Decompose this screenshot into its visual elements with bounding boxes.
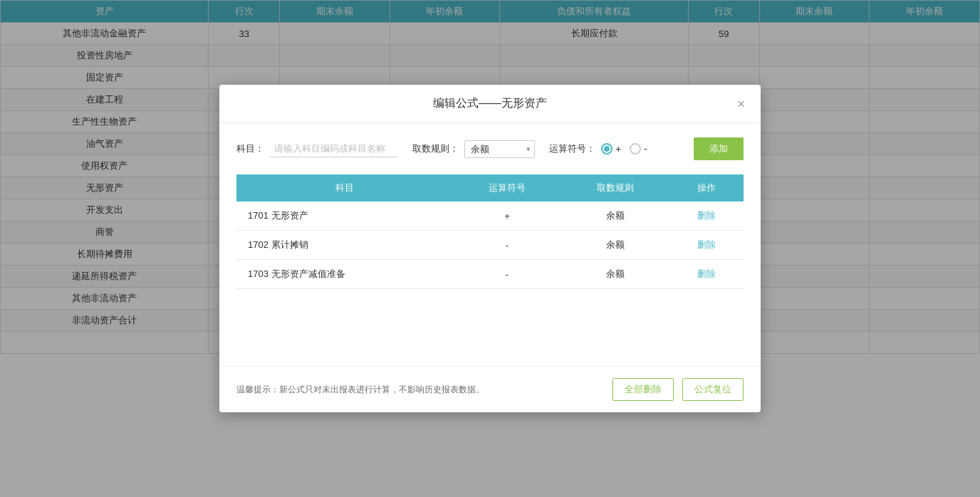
formula-form-row: 科目： 取数规则： 余额 借方发生额 贷方发生额 xyxy=(236,137,744,160)
edit-formula-dialog: 编辑公式——无形资产 × 科目： 取数规则： 余额 借方发生额 xyxy=(219,85,761,412)
rule-select[interactable]: 余额 借方发生额 贷方发生额 xyxy=(464,140,535,158)
th-action: 操作 xyxy=(669,174,744,202)
dialog-title: 编辑公式——无形资产 xyxy=(433,97,547,109)
delete-row-button[interactable]: 删除 xyxy=(697,209,716,222)
footer-tip: 温馨提示：新公式只对未出报表进行计算，不影响历史报表数据。 xyxy=(236,384,484,396)
operator-plus-radio[interactable] xyxy=(601,143,612,155)
operator-minus-item[interactable]: - xyxy=(630,143,647,155)
formula-operator-cell: - xyxy=(453,260,561,289)
subject-input[interactable] xyxy=(270,140,398,157)
footer-buttons: 全部删除 公式复位 xyxy=(612,378,744,401)
operator-radio-group: + - xyxy=(601,143,647,155)
add-formula-button[interactable]: 添加 xyxy=(694,137,744,160)
operator-minus-radio[interactable] xyxy=(630,143,641,155)
formula-table-body: 1701 无形资产+余额删除1702 累计摊销-余额删除1703 无形资产减值准… xyxy=(236,202,744,289)
formula-action-cell: 删除 xyxy=(669,202,744,231)
dialog-close-button[interactable]: × xyxy=(733,96,749,112)
th-subject: 科目 xyxy=(236,174,453,202)
formula-table: 科目 运算符号 取数规则 操作 1701 无形资产+余额删除1702 累计摊销-… xyxy=(236,174,744,289)
formula-operator-cell: + xyxy=(453,202,561,231)
formula-action-cell: 删除 xyxy=(669,260,744,289)
operator-plus-label: + xyxy=(615,143,621,155)
delete-all-button[interactable]: 全部删除 xyxy=(612,378,674,401)
formula-rule-cell: 余额 xyxy=(561,260,669,289)
operator-plus-item[interactable]: + xyxy=(601,143,621,155)
formula-rule-cell: 余额 xyxy=(561,231,669,260)
delete-row-button[interactable]: 删除 xyxy=(697,239,716,251)
reset-formula-button[interactable]: 公式复位 xyxy=(682,378,744,401)
th-rule: 取数规则 xyxy=(561,174,669,202)
operator-minus-label: - xyxy=(644,143,647,155)
dialog-body: 科目： 取数规则： 余额 借方发生额 贷方发生额 xyxy=(219,123,761,366)
rule-label: 取数规则： xyxy=(412,142,459,155)
rule-select-wrapper: 余额 借方发生额 贷方发生额 xyxy=(464,140,535,158)
modal-overlay: 编辑公式——无形资产 × 科目： 取数规则： 余额 借方发生额 xyxy=(0,0,980,497)
table-row: 1701 无形资产+余额删除 xyxy=(236,202,744,231)
formula-table-head: 科目 运算符号 取数规则 操作 xyxy=(236,174,744,202)
formula-table-header-row: 科目 运算符号 取数规则 操作 xyxy=(236,174,744,202)
formula-subject-cell: 1703 无形资产减值准备 xyxy=(236,260,453,289)
dialog-footer: 温馨提示：新公式只对未出报表进行计算，不影响历史报表数据。 全部删除 公式复位 xyxy=(219,366,761,412)
table-row: 1703 无形资产减值准备-余额删除 xyxy=(236,260,744,289)
formula-subject-cell: 1702 累计摊销 xyxy=(236,231,453,260)
formula-action-cell: 删除 xyxy=(669,231,744,260)
formula-operator-cell: - xyxy=(453,231,561,260)
subject-group: 科目： xyxy=(236,140,398,157)
table-row: 1702 累计摊销-余额删除 xyxy=(236,231,744,260)
formula-rule-cell: 余额 xyxy=(561,202,669,231)
th-operator: 运算符号 xyxy=(453,174,561,202)
dialog-header: 编辑公式——无形资产 × xyxy=(219,85,761,123)
operator-group: 运算符号： + - xyxy=(549,142,647,155)
subject-label: 科目： xyxy=(236,142,264,155)
delete-row-button[interactable]: 删除 xyxy=(697,268,716,281)
operator-label: 运算符号： xyxy=(549,142,595,155)
rule-group: 取数规则： 余额 借方发生额 贷方发生额 xyxy=(412,140,535,158)
formula-subject-cell: 1701 无形资产 xyxy=(236,202,453,231)
